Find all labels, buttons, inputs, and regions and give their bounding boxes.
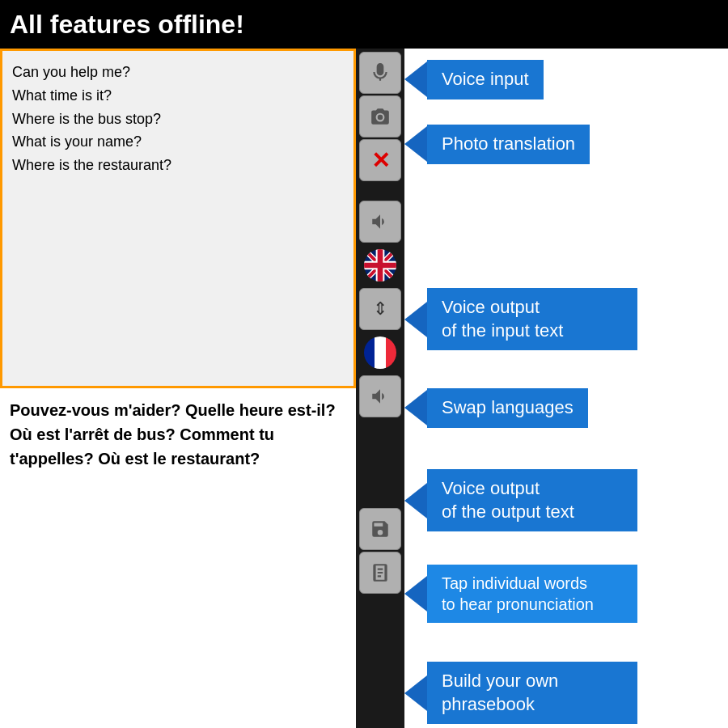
voice-output-output-callout: Voice outputof the output text [404,469,637,531]
output-text-area: Pouvez-vous m'aider? Quelle heure est-il… [0,388,356,728]
microphone-button[interactable] [359,52,401,94]
left-panel: Can you help me? What time is it? Where … [0,49,356,728]
photo-translation-callout: Photo translation [404,125,590,164]
source-language-button[interactable] [359,244,401,286]
phrasebook-callout: Build your ownphrasebook [404,662,637,724]
voice-input-label: Voice input [427,60,544,99]
right-panel: Voice input Photo translation Voice outp… [404,49,728,728]
voice-input-speaker-button[interactable] [359,201,401,243]
voice-input-callout: Voice input [404,60,544,99]
voice-output-output-label: Voice outputof the output text [427,469,637,531]
swap-languages-callout: Swap languages [404,388,588,428]
toolbar: ✕ ⇕ [356,49,404,728]
open-phrasebook-button[interactable] [359,552,401,594]
callout-arrow [404,61,427,97]
input-line-4: What is your name? [12,130,344,154]
photo-translation-label: Photo translation [427,125,590,164]
camera-button[interactable] [359,95,401,138]
input-line-1: Can you help me? [12,61,344,84]
clear-button[interactable]: ✕ [359,139,401,181]
target-language-button[interactable] [359,332,401,374]
phrasebook-label: Build your ownphrasebook [427,662,637,724]
swap-icon: ⇕ [373,298,387,320]
callout-arrow [404,675,427,711]
tap-words-label: Tap individual wordsto hear pronunciatio… [427,565,637,623]
input-line-3: Where is the bus stop? [12,108,344,131]
swap-languages-button[interactable]: ⇕ [359,288,401,330]
input-text-area[interactable]: Can you help me? What time is it? Where … [0,49,356,388]
app-header: All features offline! [0,0,728,49]
swap-languages-label: Swap languages [427,388,588,428]
callout-arrow [404,126,427,162]
x-icon: ✕ [371,147,390,174]
voice-output-speaker-button[interactable] [359,375,401,417]
voice-output-input-callout: Voice outputof the input text [404,288,637,350]
voice-output-input-label: Voice outputof the input text [427,288,637,350]
callout-arrow [404,390,427,425]
input-line-5: Where is the restaurant? [12,154,344,177]
save-phrasebook-button[interactable] [359,508,401,550]
input-line-2: What time is it? [12,84,344,108]
callout-arrow [404,302,427,337]
callout-arrow [404,483,427,518]
callout-arrow [404,576,427,612]
output-text: Pouvez-vous m'aider? Quelle heure est-il… [10,401,336,468]
app-title: All features offline! [10,10,244,40]
tap-words-callout: Tap individual wordsto hear pronunciatio… [404,565,637,623]
